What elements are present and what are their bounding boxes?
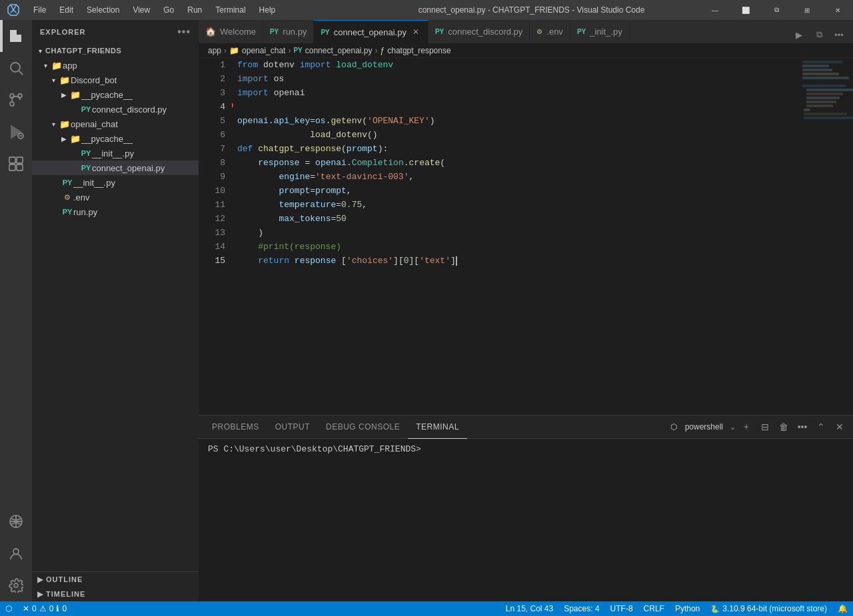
breadcrumb-sep3: › (375, 46, 378, 55)
breadcrumb-openai-chat[interactable]: 📁 openai_chat (229, 46, 285, 55)
code-line-2: import os (237, 72, 800, 86)
sidebar-more-button[interactable]: ••• (177, 26, 191, 38)
sidebar-title: EXPLORER (40, 28, 86, 36)
search-activity-icon[interactable] (0, 52, 32, 84)
tab-run-py[interactable]: PY run.py (263, 20, 314, 43)
editor[interactable]: 1 2 3 4 5 6 7 8 9 10 11 12 13 14 (199, 58, 800, 415)
tab-init-py[interactable]: PY _init_.py (570, 20, 630, 43)
panel-close-button[interactable]: ✕ (832, 419, 848, 435)
activity-bar (0, 20, 32, 601)
menu-selection[interactable]: Selection (80, 0, 126, 20)
svg-rect-11 (17, 157, 23, 163)
remote-icon: ⬡ (5, 604, 12, 613)
tab-connect-openai-close[interactable]: ✕ (411, 27, 421, 37)
line-num-7: 7 (199, 142, 225, 156)
pycache1-label: __pycache__ (81, 90, 133, 100)
spaces-label: Spaces: 4 (564, 604, 599, 613)
discord-bot-arrow: ▾ (48, 77, 59, 84)
close-button[interactable]: ✕ (822, 0, 853, 20)
panel-shell-label[interactable]: powershell (681, 422, 727, 432)
tree-item-init-py1[interactable]: PY __init__.py (32, 146, 199, 160)
menu-terminal[interactable]: Terminal (209, 0, 252, 20)
panel-split-button[interactable]: ⊟ (757, 419, 773, 435)
panel-tab-output[interactable]: OUTPUT (267, 416, 318, 439)
explorer-activity-icon[interactable] (0, 20, 32, 52)
panel-add-button[interactable]: ＋ (738, 419, 754, 435)
breadcrumb-app[interactable]: app (208, 46, 221, 55)
tree-item-connect-discord[interactable]: PY connect_discord.py (32, 102, 199, 117)
outline-label: OUTLINE (46, 575, 83, 583)
shell-chevron[interactable]: ⌄ (730, 423, 736, 432)
panel-maximize-button[interactable]: ⌃ (813, 419, 829, 435)
warning-count: 0 (49, 604, 54, 613)
outline-section[interactable]: ▶ OUTLINE (32, 572, 199, 587)
menu-help[interactable]: Help (253, 0, 283, 20)
settings-activity-icon[interactable] (0, 569, 32, 601)
code-area[interactable]: from dotenv import load_dotenv import os… (232, 58, 800, 415)
code-line-14: #print(response) (237, 240, 800, 254)
status-eol[interactable]: CRLF (638, 601, 670, 616)
extensions-activity-icon[interactable] (0, 148, 32, 180)
tree-item-app[interactable]: ▾ 📁 app (32, 58, 199, 73)
tree-item-init-py2[interactable]: PY __init__.py (32, 175, 199, 190)
timeline-label: TIMELINE (46, 590, 85, 598)
accounts-activity-icon[interactable] (0, 537, 32, 569)
source-control-activity-icon[interactable] (0, 84, 32, 116)
tab-connect-discord[interactable]: PY connect_discord.py (428, 20, 530, 43)
panel-tab-problems[interactable]: PROBLEMS (204, 416, 267, 439)
menu-run[interactable]: Run (181, 0, 209, 20)
line-num-12: 12 (199, 212, 225, 226)
tree-item-pycache1[interactable]: ▶ 📁 __pycache__ (32, 87, 199, 102)
status-language[interactable]: Python (670, 601, 705, 616)
line-num-1: 1 (199, 58, 225, 72)
layout-button[interactable]: ⊞ (792, 0, 822, 20)
panel-more-button[interactable]: ••• (794, 419, 810, 435)
tree-item-pycache2[interactable]: ▶ 📁 __pycache__ (32, 131, 199, 146)
split-button[interactable]: ⧉ (761, 0, 792, 20)
status-notifications[interactable]: 🔔 (832, 601, 853, 616)
pycache2-label: __pycache__ (81, 134, 133, 144)
tab-env[interactable]: ⚙ .env (530, 20, 570, 43)
app-label: app (63, 61, 77, 71)
run-editor-button[interactable]: ▶ (790, 26, 808, 43)
breadcrumb-connect-openai[interactable]: PY connect_openai.py (293, 46, 372, 55)
tree-item-openai-chat[interactable]: ▾ 📁 openai_chat (32, 117, 199, 131)
menu-edit[interactable]: Edit (53, 0, 80, 20)
status-errors[interactable]: ✕ 0 ⚠ 0 ℹ 0 (17, 601, 72, 616)
menu-file[interactable]: File (27, 0, 53, 20)
remote-activity-icon[interactable] (0, 505, 32, 537)
breadcrumb-chatgpt-response[interactable]: ƒ chatgpt_response (381, 46, 451, 55)
svg-rect-23 (806, 89, 853, 91)
menu-view[interactable]: View (126, 0, 157, 20)
tree-item-discord-bot[interactable]: ▾ 📁 Discord_bot (32, 73, 199, 87)
line-num-15: 15 (199, 254, 225, 268)
tree-item-run-py[interactable]: PY run.py (32, 204, 199, 219)
panel-trash-button[interactable]: 🗑 (776, 419, 792, 435)
minimize-button[interactable]: ― (700, 0, 730, 20)
tree-item-connect-openai[interactable]: PY connect_openai.py (32, 160, 199, 175)
run-activity-icon[interactable] (0, 116, 32, 148)
status-encoding[interactable]: UTF-8 (605, 601, 638, 616)
tree-item-env[interactable]: ⚙ .env (32, 190, 199, 204)
restore-button[interactable]: ⬜ (730, 0, 761, 20)
status-position[interactable]: Ln 15, Col 43 (500, 601, 558, 616)
split-editor-button[interactable]: ⧉ (810, 26, 828, 43)
tab-connect-openai-icon: PY (321, 29, 329, 36)
panel-tab-terminal[interactable]: TERMINAL (408, 416, 467, 439)
tabs-bar: 🏠 Welcome PY run.py PY connect_openai.py… (199, 20, 853, 43)
status-remote[interactable]: ⬡ (0, 601, 17, 616)
tab-connect-openai[interactable]: PY connect_openai.py ✕ (314, 20, 428, 43)
svg-rect-13 (17, 164, 23, 170)
editor-more-button[interactable]: ••• (830, 26, 848, 43)
terminal-prompt: PS C:\Users\user\Desktop\CHATGPT_FRIENDS… (208, 444, 421, 454)
tab-welcome[interactable]: 🏠 Welcome (199, 20, 263, 43)
status-python-version[interactable]: 🐍 3.10.9 64-bit (microsoft store) (705, 601, 832, 616)
status-spaces[interactable]: Spaces: 4 (558, 601, 604, 616)
menu-go[interactable]: Go (157, 0, 181, 20)
code-line-9: engine='text-davinci-003', (237, 170, 800, 184)
timeline-section[interactable]: ▶ TIMELINE (32, 587, 199, 601)
panel-tab-debug[interactable]: DEBUG CONSOLE (318, 416, 408, 439)
sidebar-header: EXPLORER ••• (32, 20, 199, 43)
terminal-content[interactable]: PS C:\Users\user\Desktop\CHATGPT_FRIENDS… (199, 439, 853, 601)
tree-root[interactable]: ▾ CHATGPT_FRIENDS (32, 43, 199, 58)
